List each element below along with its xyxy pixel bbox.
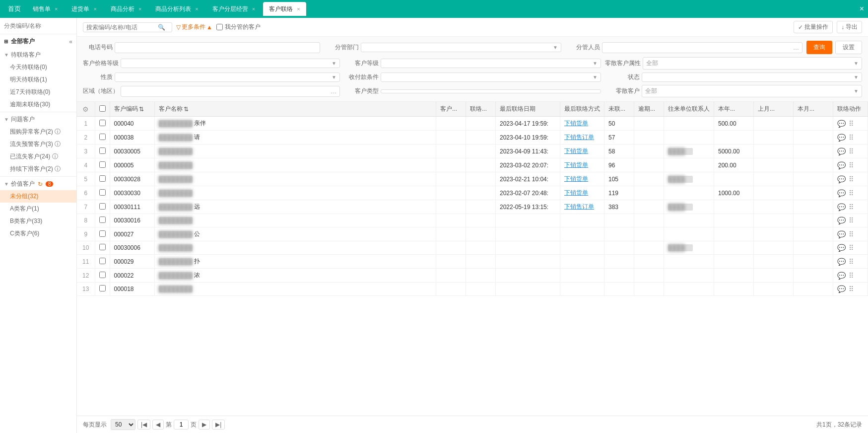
sidebar-item-b-class[interactable]: B类客户(33) [0, 215, 76, 227]
chat-icon[interactable]: 💬 [837, 258, 846, 266]
row-checkbox[interactable] [99, 244, 106, 250]
gender-select[interactable]: ▼ [115, 72, 340, 82]
more-action-icon[interactable]: ⠿ [849, 147, 854, 155]
row-action[interactable]: 💬 ⠿ [833, 186, 868, 200]
row-action[interactable]: 💬 ⠿ [833, 227, 868, 241]
all-customers-header[interactable]: ⊞ 全部客户 « [0, 34, 76, 49]
more-action-icon[interactable]: ⠿ [849, 120, 854, 128]
row-action[interactable]: 💬 ⠿ [833, 269, 868, 283]
row-checkbox-cell[interactable] [95, 144, 110, 158]
search-input[interactable] [86, 24, 156, 31]
tab-customer-segment[interactable]: 客户分层经营 × [206, 2, 261, 16]
phone-input[interactable] [115, 42, 320, 53]
last-way-link[interactable]: 下销货单 [564, 189, 588, 196]
my-customers-checkbox[interactable]: 我分管的客户 [216, 23, 261, 31]
sidebar-item-ungroup[interactable]: 未分组(32) [0, 190, 76, 203]
row-checkbox[interactable] [99, 216, 106, 223]
collapse-icon[interactable]: « [69, 38, 72, 45]
row-last-way[interactable]: 下销货单 [560, 186, 604, 200]
sidebar-item-hoarding-abnormal[interactable]: 囤购异常客户(2) ⓘ [0, 126, 76, 138]
chat-icon[interactable]: 💬 [837, 272, 846, 280]
dept-select[interactable]: ▼ [361, 43, 561, 52]
sidebar-item-churn-warning[interactable]: 流失预警客户(3) ⓘ [0, 138, 76, 150]
row-last-way[interactable]: 下销售订单 [560, 200, 604, 214]
row-last-way[interactable]: 下销货单 [560, 144, 604, 158]
row-action[interactable]: 💬 ⠿ [833, 131, 868, 144]
chat-icon[interactable]: 💬 [837, 120, 846, 128]
more-action-icon[interactable]: ⠿ [849, 272, 854, 280]
chat-icon[interactable]: 💬 [837, 203, 846, 211]
row-action[interactable]: 💬 ⠿ [833, 255, 868, 269]
row-checkbox[interactable] [99, 175, 106, 182]
tab-purchase-order[interactable]: 进货单 × [66, 2, 102, 16]
sidebar-item-c-class[interactable]: C类客户(6) [0, 227, 76, 240]
row-checkbox-cell[interactable] [95, 255, 110, 269]
export-button[interactable]: ↓ 导出 [837, 21, 862, 33]
region-dots-icon[interactable]: … [331, 88, 336, 95]
row-checkbox-cell[interactable] [95, 241, 110, 255]
row-checkbox[interactable] [99, 230, 106, 237]
last-way-link[interactable]: 下销货单 [564, 161, 588, 168]
more-action-icon[interactable]: ⠿ [849, 244, 854, 252]
row-checkbox-cell[interactable] [95, 200, 110, 214]
current-page-input[interactable] [174, 420, 189, 430]
home-tab[interactable]: 首页 [4, 4, 25, 13]
row-checkbox[interactable] [99, 161, 106, 168]
prev-page-button[interactable]: ◀ [152, 420, 164, 430]
close-sales-order-tab[interactable]: × [55, 6, 58, 12]
sidebar-item-declining[interactable]: 持续下滑客户(2) ⓘ [0, 163, 76, 175]
last-way-link[interactable]: 下销售订单 [564, 134, 594, 141]
tab-product-analysis[interactable]: 商品分析 × [105, 2, 147, 16]
sidebar-group-value[interactable]: ▼ 价值客户 ↻ 8 [0, 178, 76, 190]
row-checkbox[interactable] [99, 147, 106, 154]
chat-icon[interactable]: 💬 [837, 175, 846, 183]
price-level-select[interactable]: ▼ [121, 59, 340, 68]
close-product-analysis-list-tab[interactable]: × [195, 6, 198, 12]
sidebar-item-churned[interactable]: 已流失客户(24) ⓘ [0, 150, 76, 163]
person-dots-icon[interactable]: … [793, 44, 799, 51]
gear-icon[interactable]: ⚙ [82, 105, 89, 113]
more-action-icon[interactable]: ⠿ [849, 285, 854, 293]
col-header-name[interactable]: 客户名称⇅ [154, 102, 436, 117]
select-all-column[interactable] [95, 102, 110, 117]
last-page-button[interactable]: ▶| [212, 420, 225, 430]
sidebar-item-7days-pending[interactable]: 近7天待联络(0) [0, 86, 76, 98]
row-checkbox-cell[interactable] [95, 227, 110, 241]
zero-customer-select[interactable]: 全部 ▼ [642, 85, 862, 97]
close-customer-segment-tab[interactable]: × [252, 6, 255, 12]
more-action-icon[interactable]: ⠿ [849, 161, 854, 169]
row-action[interactable]: 💬 ⠿ [833, 283, 868, 296]
settings-column[interactable]: ⚙ [77, 102, 95, 117]
row-checkbox-cell[interactable] [95, 283, 110, 296]
row-action[interactable]: 💬 ⠿ [833, 158, 868, 172]
more-action-icon[interactable]: ⠿ [849, 258, 854, 266]
sidebar-item-overdue-pending[interactable]: 逾期未联络(30) [0, 98, 76, 111]
more-action-icon[interactable]: ⠿ [849, 189, 854, 197]
more-action-icon[interactable]: ⠿ [849, 134, 854, 142]
more-action-icon[interactable]: ⠿ [849, 175, 854, 183]
tab-customer-contact[interactable]: 客户联络 × [263, 2, 306, 16]
row-checkbox-cell[interactable] [95, 186, 110, 200]
more-action-icon[interactable]: ⠿ [849, 230, 854, 238]
sidebar-item-a-class[interactable]: A类客户(1) [0, 203, 76, 215]
row-action[interactable]: 💬 ⠿ [833, 241, 868, 255]
last-way-link[interactable]: 下销售订单 [564, 203, 594, 210]
sidebar-item-today-pending[interactable]: 今天待联络(0) [0, 61, 76, 73]
row-checkbox[interactable] [99, 134, 106, 140]
close-customer-contact-tab[interactable]: × [297, 6, 300, 12]
chat-icon[interactable]: 💬 [837, 244, 846, 252]
row-checkbox[interactable] [99, 120, 106, 126]
payment-select[interactable]: ▼ [381, 72, 601, 82]
my-customers-check[interactable] [216, 24, 223, 30]
last-way-link[interactable]: 下销货单 [564, 147, 588, 154]
row-checkbox[interactable] [99, 272, 106, 278]
search-bar[interactable]: 🔍 [83, 22, 172, 32]
row-action[interactable]: 💬 ⠿ [833, 117, 868, 131]
chat-icon[interactable]: 💬 [837, 216, 846, 224]
row-checkbox-cell[interactable] [95, 117, 110, 131]
chat-icon[interactable]: 💬 [837, 147, 846, 155]
more-conditions-button[interactable]: ▽ 更多条件 ▲ [176, 23, 212, 31]
close-purchase-order-tab[interactable]: × [93, 6, 96, 12]
last-way-link[interactable]: 下销货单 [564, 120, 588, 127]
customer-level-select[interactable]: ▼ [381, 59, 601, 68]
